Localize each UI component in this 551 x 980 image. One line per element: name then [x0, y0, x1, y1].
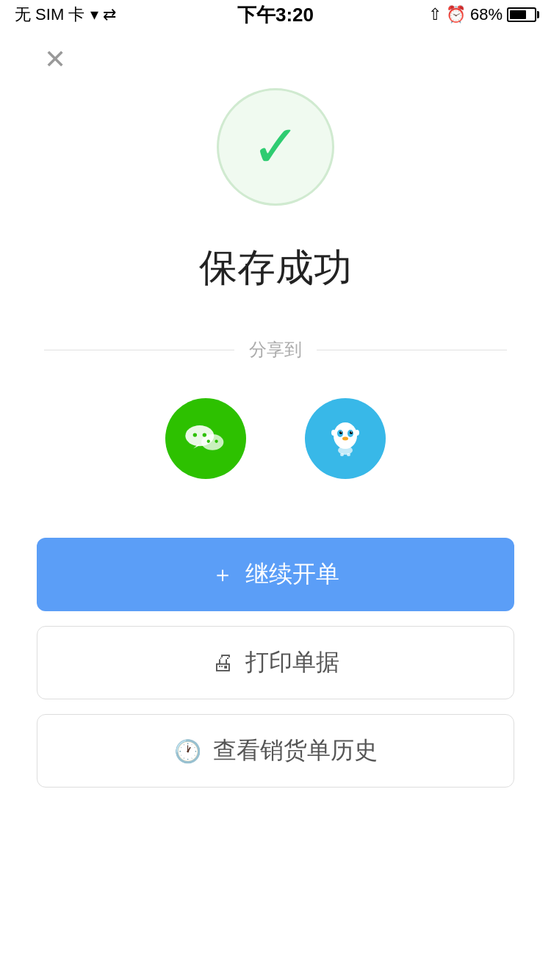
- close-icon: ✕: [44, 46, 66, 73]
- wechat-icon: [182, 415, 230, 463]
- print-icon: 🖨: [212, 650, 234, 675]
- divider-line-right: [317, 350, 507, 350]
- svg-point-16: [355, 430, 359, 436]
- close-button[interactable]: ✕: [37, 41, 73, 78]
- main-content: ✓ 保存成功 分享到: [0, 29, 551, 788]
- success-circle: ✓: [217, 88, 334, 206]
- svg-rect-18: [340, 453, 344, 456]
- svg-point-4: [206, 439, 209, 442]
- no-sim-label: 无 SIM 卡: [15, 4, 84, 26]
- svg-point-5: [215, 439, 217, 442]
- alarm-icon: ⏰: [446, 5, 466, 24]
- print-receipt-button[interactable]: 🖨 打印单据: [37, 626, 514, 699]
- continue-order-label: 继续开单: [245, 558, 339, 591]
- svg-point-12: [341, 431, 342, 433]
- svg-point-17: [338, 446, 353, 455]
- actions: ＋ 继续开单 🖨 打印单据 🕐 查看销货单历史: [0, 538, 551, 788]
- status-right: ⇧ ⏰ 68%: [428, 5, 536, 24]
- wechat-share-button[interactable]: [165, 398, 246, 479]
- continue-order-button[interactable]: ＋ 继续开单: [37, 538, 514, 611]
- battery-percent: 68%: [470, 5, 503, 24]
- print-receipt-label: 打印单据: [245, 646, 339, 679]
- svg-point-15: [331, 430, 336, 436]
- svg-rect-19: [347, 453, 350, 456]
- battery-icon: [507, 7, 536, 22]
- qq-icon: [323, 417, 367, 461]
- divider-line-left: [44, 350, 234, 350]
- history-icon: 🕐: [174, 738, 201, 764]
- share-icons: [165, 398, 386, 479]
- svg-point-7: [334, 422, 357, 449]
- location-icon: ⇧: [428, 5, 442, 24]
- share-divider: 分享到: [0, 338, 551, 361]
- svg-point-3: [202, 433, 206, 436]
- svg-point-14: [342, 437, 348, 441]
- plus-icon: ＋: [212, 560, 234, 590]
- svg-point-13: [351, 431, 353, 433]
- status-time: 下午3:20: [237, 2, 314, 28]
- view-history-label: 查看销货单历史: [213, 735, 378, 767]
- wifi-icon: ▾︎ ⇄: [90, 5, 116, 24]
- status-left: 无 SIM 卡 ▾︎ ⇄: [15, 4, 116, 26]
- view-history-button[interactable]: 🕐 查看销货单历史: [37, 714, 514, 788]
- svg-point-2: [192, 433, 196, 436]
- status-bar: 无 SIM 卡 ▾︎ ⇄ 下午3:20 ⇧ ⏰ 68%: [0, 0, 551, 29]
- checkmark-icon: ✓: [251, 118, 300, 176]
- success-title: 保存成功: [199, 242, 352, 294]
- qq-share-button[interactable]: [305, 398, 386, 479]
- share-label: 分享到: [234, 338, 317, 361]
